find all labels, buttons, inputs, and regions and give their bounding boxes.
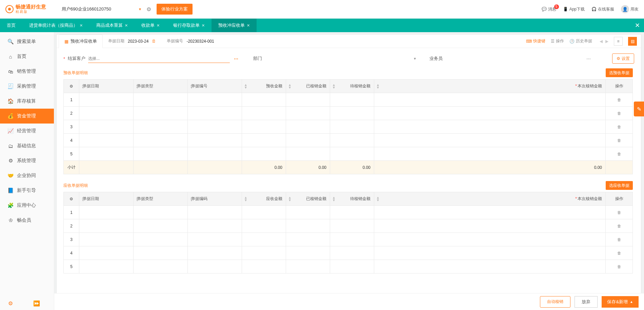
tab-receipt[interactable]: 收款单✕ xyxy=(135,19,166,32)
sidebar-item-appstore[interactable]: 🧩应用中心 xyxy=(0,198,54,213)
sidebar-item-member[interactable]: ♔畅会员 xyxy=(0,213,54,228)
trial-button[interactable]: 体验行业方案 xyxy=(157,4,193,15)
delete-icon[interactable]: 🗑 xyxy=(617,237,621,242)
delete-icon[interactable]: 🗑 xyxy=(617,152,621,156)
sidebar-item-finance[interactable]: 💰资金管理 xyxy=(0,109,54,124)
col-current: ▲▼*本次核销金额 xyxy=(374,192,606,206)
delete-icon[interactable]: 🗑 xyxy=(617,138,621,143)
user-menu[interactable]: 👤 用友 xyxy=(621,5,639,13)
table-row[interactable]: 5🗑 xyxy=(64,260,633,273)
app-download-link[interactable]: 📱 App下载 xyxy=(563,6,585,12)
service-label: 在线客服 xyxy=(598,6,614,12)
tab-purchase-report[interactable]: 进货单统计表（按商品）✕ xyxy=(22,19,89,32)
sidebar-item-home[interactable]: ⌂首页 xyxy=(0,49,54,64)
tab-home[interactable]: 首页 xyxy=(0,19,22,32)
sort-icon[interactable]: ▲▼ xyxy=(136,196,139,202)
sort-icon[interactable]: ▲▼ xyxy=(332,196,336,202)
sort-icon[interactable]: ▲▼ xyxy=(190,84,193,89)
next-icon[interactable]: ▶ xyxy=(605,39,608,44)
tenant-select[interactable]: ▾ xyxy=(62,4,141,15)
table-row[interactable]: 1🗑 xyxy=(64,93,633,107)
delete-icon[interactable]: 🗑 xyxy=(617,125,621,129)
sort-icon[interactable]: ▲▼ xyxy=(244,196,247,202)
table-row[interactable]: 5🗑 xyxy=(64,147,633,161)
customer-picker-icon[interactable]: ⋯ xyxy=(233,56,240,61)
message-link[interactable]: 💬 消息 5 xyxy=(542,6,556,12)
tab-prepay-offset[interactable]: 预收冲应收单✕ xyxy=(212,19,257,32)
config-button[interactable]: ⚙ 设置 xyxy=(612,53,634,64)
history-label: 历史单据 xyxy=(576,38,592,44)
table-row[interactable]: 2🗑 xyxy=(64,219,633,233)
sidebar-item-collab[interactable]: 🤝企业协同 xyxy=(0,168,54,183)
online-service-link[interactable]: 🎧 在线客服 xyxy=(591,6,614,12)
close-all-tabs[interactable]: ✕ xyxy=(630,19,644,32)
history-link[interactable]: 🕑历史单据 xyxy=(569,38,592,44)
date-value[interactable]: 2023-03-24 xyxy=(128,39,148,44)
sidebar-item-basic[interactable]: 🗂基础信息 xyxy=(0,138,54,153)
salesman-picker-icon[interactable]: ⋯ xyxy=(585,56,592,61)
close-icon[interactable]: ✕ xyxy=(125,23,128,28)
delete-icon[interactable]: 🗑 xyxy=(617,97,621,102)
sort-icon[interactable]: ▲▼ xyxy=(81,196,85,202)
sidebar-collapse-icon[interactable]: ⏩ xyxy=(33,300,40,307)
auto-match-button[interactable]: 自动核销 xyxy=(540,296,570,308)
delete-icon[interactable]: 🗑 xyxy=(617,224,621,228)
page-header: ▦ 预收冲应收单 单据日期 2023-03-24 🗓 单据编号 -2023032… xyxy=(57,35,641,48)
tenant-input[interactable] xyxy=(62,4,136,15)
table-row[interactable]: 4🗑 xyxy=(64,246,633,260)
sort-icon[interactable]: ▲▼ xyxy=(190,196,193,202)
save-button[interactable]: 保存&新增▲ xyxy=(602,296,639,308)
sidebar-item-system[interactable]: ⚙系统管理 xyxy=(0,153,54,168)
table-row[interactable]: 3🗑 xyxy=(64,120,633,134)
table-row[interactable]: 1🗑 xyxy=(64,206,633,219)
chevron-down-icon[interactable]: ▾ xyxy=(414,56,416,61)
sidebar-item-label: 搜索菜单 xyxy=(17,39,36,45)
sort-icon[interactable]: ▲▼ xyxy=(81,84,85,89)
calendar-icon[interactable]: 🗓 xyxy=(152,39,156,44)
prev-icon[interactable]: ◀ xyxy=(600,39,603,44)
sidebar-item-sales[interactable]: 🛍销售管理 xyxy=(0,64,54,79)
sidebar-settings-icon[interactable]: ⚙ xyxy=(8,300,13,307)
delete-icon[interactable]: 🗑 xyxy=(617,111,621,116)
view-card-icon[interactable]: ▤ xyxy=(628,37,637,46)
sidebar-item-search[interactable]: 🔍搜索菜单 xyxy=(0,34,54,49)
sidebar-item-inventory[interactable]: 🏠库存核算 xyxy=(0,94,54,109)
delete-icon[interactable]: 🗑 xyxy=(617,264,621,269)
close-icon[interactable]: ✕ xyxy=(202,23,205,28)
sidebar-item-operation[interactable]: 📈经营管理 xyxy=(0,124,54,138)
operate-link[interactable]: ☰操作 xyxy=(551,38,564,44)
sort-icon[interactable]: ▲▼ xyxy=(288,84,291,89)
page: ▦ 预收冲应收单 单据日期 2023-03-24 🗓 单据编号 -2023032… xyxy=(56,34,641,310)
sort-icon[interactable]: ▲▼ xyxy=(244,84,247,89)
pick-receivable-button[interactable]: 选应收单据 xyxy=(606,181,633,190)
delete-icon[interactable]: 🗑 xyxy=(617,210,621,215)
sort-icon[interactable]: ▲▼ xyxy=(288,196,291,202)
row-config-header[interactable]: ⚙ xyxy=(64,192,79,206)
pick-prepay-button[interactable]: 选预收单据 xyxy=(606,68,633,77)
close-icon[interactable]: ✕ xyxy=(247,23,250,28)
float-feedback-button[interactable]: ✎ xyxy=(634,102,644,116)
sort-icon[interactable]: ▲▼ xyxy=(332,84,336,89)
view-list-icon[interactable]: ≡ xyxy=(614,37,623,46)
sort-icon[interactable]: ▲▼ xyxy=(376,84,380,89)
dept-input[interactable] xyxy=(265,54,411,63)
row-config-header[interactable]: ⚙ xyxy=(64,80,79,93)
salesman-input[interactable] xyxy=(445,54,582,63)
tenant-settings-icon[interactable]: ⚙ xyxy=(146,6,151,13)
sidebar-item-purchase[interactable]: 🧾采购管理 xyxy=(0,79,54,94)
abandon-button[interactable]: 放弃 xyxy=(575,296,598,308)
sort-icon[interactable]: ▲▼ xyxy=(136,84,139,89)
table-row[interactable]: 3🗑 xyxy=(64,233,633,246)
delete-icon[interactable]: 🗑 xyxy=(617,251,621,256)
tab-cost-recalc[interactable]: 商品成本重算✕ xyxy=(89,19,135,32)
close-icon[interactable]: ✕ xyxy=(80,23,83,28)
sidebar-item-guide[interactable]: 📘新手引导 xyxy=(0,183,54,198)
config-label: 设置 xyxy=(622,56,630,62)
tab-bank-transfer[interactable]: 银行存取款单✕ xyxy=(166,19,212,32)
close-icon[interactable]: ✕ xyxy=(157,23,160,28)
table-row[interactable]: 2🗑 xyxy=(64,107,633,120)
sort-icon[interactable]: ▲▼ xyxy=(376,196,380,202)
table-row[interactable]: 4🗑 xyxy=(64,134,633,147)
customer-input[interactable] xyxy=(88,54,230,63)
shortcut-link[interactable]: ⌨快捷键 xyxy=(526,38,545,44)
